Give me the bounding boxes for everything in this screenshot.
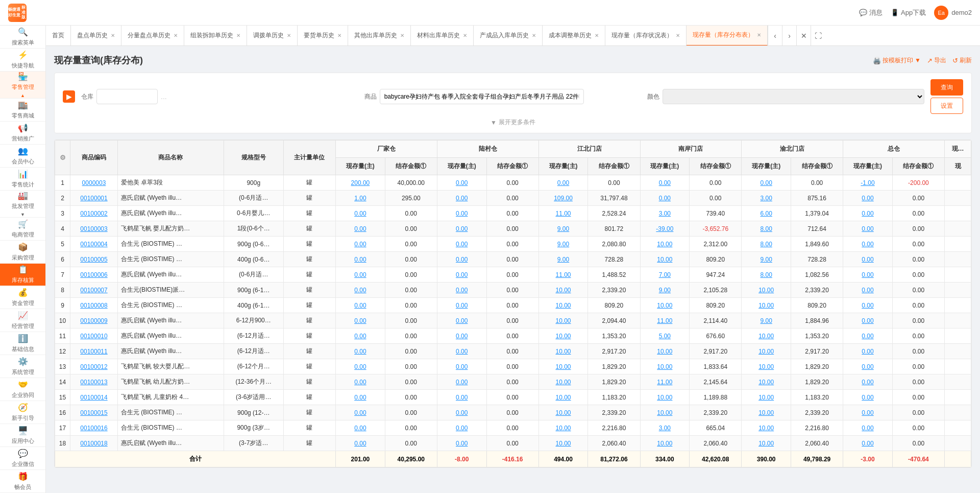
cell-total-qty[interactable]: 0.00 <box>843 344 893 359</box>
tab-next-btn[interactable]: › <box>782 26 796 46</box>
cell-nanan-qty[interactable]: 3.00 <box>640 420 690 436</box>
cell-nanan-qty[interactable]: 10.00 <box>640 237 690 252</box>
cell-lucun-qty[interactable]: 0.00 <box>437 283 486 298</box>
cell-lucun-qty[interactable]: 0.00 <box>437 405 486 420</box>
cell-factory-qty[interactable]: 0.00 <box>336 328 385 344</box>
cell-jiangbei-qty[interactable]: 10.00 <box>538 374 588 390</box>
cell-nanan-qty[interactable]: 7.00 <box>640 267 690 283</box>
tab-close-btn[interactable]: ✕ <box>796 26 811 46</box>
cell-total-qty[interactable]: 0.00 <box>843 237 893 252</box>
cell-yubei-qty[interactable]: 10.00 <box>742 420 791 436</box>
sidebar-item-marketing[interactable]: 📢 营销推广 <box>0 122 45 145</box>
cell-factory-qty[interactable]: 0.00 <box>336 252 385 267</box>
cell-nanan-qty[interactable]: 10.00 <box>640 298 690 313</box>
cell-total-qty[interactable]: -1.00 <box>843 175 893 191</box>
cell-lucun-qty[interactable]: 0.00 <box>437 221 486 237</box>
cell-nanan-qty[interactable]: 10.00 <box>640 252 690 267</box>
query-button[interactable]: 查询 <box>930 79 963 96</box>
cell-jiangbei-qty[interactable]: 10.00 <box>538 313 588 328</box>
cell-yubei-qty[interactable]: 10.00 <box>742 436 791 451</box>
cell-lucun-qty[interactable]: 0.00 <box>437 344 486 359</box>
cell-factory-qty[interactable]: 0.00 <box>336 313 385 328</box>
cell-total-qty[interactable]: 0.00 <box>843 420 893 436</box>
cell-yubei-qty[interactable]: 8.00 <box>742 237 791 252</box>
cell-nanan-qty[interactable]: 10.00 <box>640 390 690 405</box>
cell-lucun-qty[interactable]: 0.00 <box>437 267 486 283</box>
tab-chengben[interactable]: 成本调整单历史 ✕ <box>543 26 605 46</box>
cell-nanan-qty[interactable]: 5.00 <box>640 328 690 344</box>
sidebar-item-collab[interactable]: 🤝 企业协同 <box>0 378 45 401</box>
print-btn[interactable]: 🖨️ 按模板打印 ▼ <box>873 56 921 65</box>
close-icon[interactable]: ✕ <box>676 33 680 38</box>
tab-diaobo[interactable]: 调拨单历史 ✕ <box>247 26 298 46</box>
cell-code[interactable]: 00100008 <box>70 298 118 313</box>
cell-nanan-qty[interactable]: 9.00 <box>640 283 690 298</box>
tab-expand-btn[interactable]: ⛶ <box>811 26 825 46</box>
cell-total-qty[interactable]: 0.00 <box>843 390 893 405</box>
cell-lucun-qty[interactable]: 0.00 <box>437 175 486 191</box>
cell-jiangbei-qty[interactable]: 10.00 <box>538 390 588 405</box>
cell-jiangbei-qty[interactable]: 11.00 <box>538 267 588 283</box>
cell-yubei-qty[interactable]: 8.00 <box>742 221 791 237</box>
cell-total-qty[interactable]: 0.00 <box>843 298 893 313</box>
export-btn[interactable]: ↗ 导出 <box>927 56 946 65</box>
tab-pandian[interactable]: 盘点单历史 ✕ <box>71 26 121 46</box>
cell-total-qty[interactable]: 0.00 <box>843 359 893 374</box>
cell-lucun-qty[interactable]: 0.00 <box>437 298 486 313</box>
sidebar-item-purchase[interactable]: 📦 采购管理 <box>0 241 45 264</box>
cell-nanan-qty[interactable]: 3.00 <box>640 206 690 221</box>
cell-jiangbei-qty[interactable]: 10.00 <box>538 283 588 298</box>
close-icon[interactable]: ✕ <box>174 33 178 38</box>
cell-yubei-qty[interactable]: 10.00 <box>742 390 791 405</box>
cell-yubei-qty[interactable]: 8.00 <box>742 267 791 283</box>
cell-total-qty[interactable]: 0.00 <box>843 267 893 283</box>
cell-lucun-qty[interactable]: 0.00 <box>437 252 486 267</box>
close-icon[interactable]: ✕ <box>287 33 291 38</box>
cell-nanan-qty[interactable]: 11.00 <box>640 374 690 390</box>
close-icon[interactable]: ✕ <box>595 33 599 38</box>
cell-yubei-qty[interactable]: 10.00 <box>742 298 791 313</box>
cell-yubei-qty[interactable]: 10.00 <box>742 374 791 390</box>
cell-yubei-qty[interactable]: 6.00 <box>742 206 791 221</box>
cell-yubei-qty[interactable]: 10.00 <box>742 359 791 374</box>
close-icon[interactable]: ✕ <box>400 33 404 38</box>
cell-yubei-qty[interactable]: 9.00 <box>742 252 791 267</box>
cell-nanan-qty[interactable]: 0.00 <box>640 191 690 206</box>
tab-xiancun-state[interactable]: 现存量（库存状况表）✕ <box>605 26 687 46</box>
cell-factory-qty[interactable]: 0.00 <box>336 267 385 283</box>
tab-zuhe[interactable]: 组装拆卸单历史 ✕ <box>184 26 247 46</box>
sidebar-item-mall[interactable]: 🏬 零售商城 <box>0 99 45 122</box>
sidebar-item-finance[interactable]: 💰 资金管理 <box>0 286 45 309</box>
cell-code[interactable]: 00100001 <box>70 191 118 206</box>
cell-code[interactable]: 00100005 <box>70 252 118 267</box>
cell-factory-qty[interactable]: 0.00 <box>336 374 385 390</box>
cell-factory-qty[interactable]: 0.00 <box>336 405 385 420</box>
cell-factory-qty[interactable]: 0.00 <box>336 206 385 221</box>
cell-code[interactable]: 00100012 <box>70 359 118 374</box>
cell-code[interactable]: 00100003 <box>70 221 118 237</box>
refresh-btn[interactable]: ↺ 刷新 <box>952 56 972 65</box>
cell-lucun-qty[interactable]: 0.00 <box>437 374 486 390</box>
cell-nanan-qty[interactable]: 11.00 <box>640 313 690 328</box>
user-avatar[interactable]: Ea demo2 <box>934 6 972 20</box>
cell-jiangbei-qty[interactable]: 0.00 <box>538 175 588 191</box>
cell-factory-qty[interactable]: 0.00 <box>336 344 385 359</box>
color-select[interactable] <box>663 89 924 104</box>
cell-code[interactable]: 00100009 <box>70 313 118 328</box>
cell-nanan-qty[interactable]: 10.00 <box>640 359 690 374</box>
cell-factory-qty[interactable]: 0.00 <box>336 283 385 298</box>
cell-jiangbei-qty[interactable]: 10.00 <box>538 436 588 451</box>
cell-jiangbei-qty[interactable]: 11.00 <box>538 206 588 221</box>
sidebar-item-ops[interactable]: 📈 经营管理 <box>0 309 45 332</box>
cell-code[interactable]: 00100016 <box>70 420 118 436</box>
cell-total-qty[interactable]: 0.00 <box>843 252 893 267</box>
cell-nanan-qty[interactable]: 10.00 <box>640 436 690 451</box>
cell-jiangbei-qty[interactable]: 9.00 <box>538 237 588 252</box>
goods-input[interactable] <box>380 89 584 104</box>
tab-cailiao[interactable]: 材料出库单历史 ✕ <box>411 26 474 46</box>
close-icon[interactable]: ✕ <box>757 32 761 38</box>
cell-lucun-qty[interactable]: 0.00 <box>437 359 486 374</box>
cell-jiangbei-qty[interactable]: 9.00 <box>538 221 588 237</box>
cell-total-qty[interactable]: 0.00 <box>843 374 893 390</box>
cell-jiangbei-qty[interactable]: 10.00 <box>538 344 588 359</box>
